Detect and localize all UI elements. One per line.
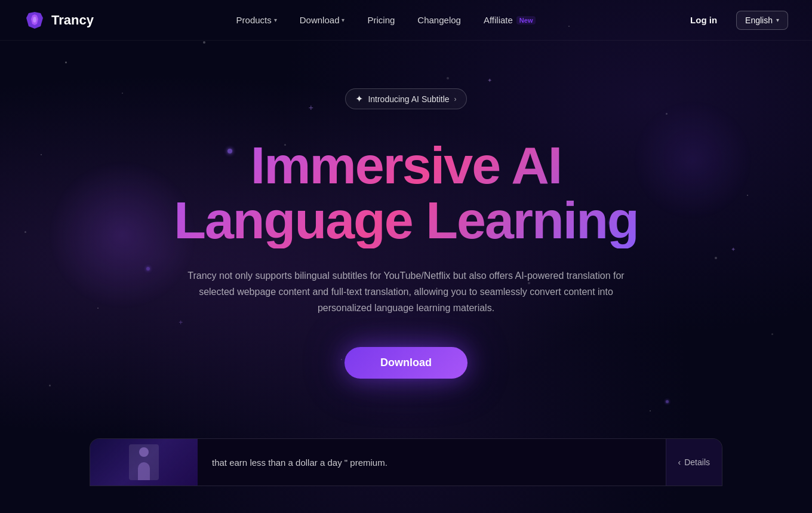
navbar: Trancy Products ▾ Download ▾ Pricing Cha… [0, 0, 812, 41]
intro-badge[interactable]: ✦ Introducing AI Subtitle › [345, 88, 466, 109]
hero-subtitle: Trancy not only supports bilingual subti… [179, 268, 633, 317]
preview-video-thumbnail [90, 439, 198, 486]
lang-chevron-icon: ▾ [776, 17, 779, 23]
nav-changelog[interactable]: Changelog [408, 10, 470, 30]
details-button[interactable]: ‹ Details [666, 439, 722, 486]
products-chevron-icon: ▾ [274, 17, 277, 23]
nav-products[interactable]: Products ▾ [227, 10, 287, 30]
hero-title: Immersive AI Language Learning [174, 138, 638, 248]
download-chevron-icon: ▾ [342, 17, 345, 23]
logo-icon [24, 10, 45, 31]
subtitle-bar: that earn less than a dollar a day " pre… [198, 439, 666, 486]
login-button[interactable]: Log in [678, 10, 729, 30]
glow-blob-right [633, 100, 752, 220]
preview-inner: that earn less than a dollar a day " pre… [90, 439, 722, 486]
language-selector[interactable]: English ▾ [736, 11, 788, 30]
logo-text: Trancy [51, 13, 94, 28]
details-arrow-icon: ‹ [678, 457, 681, 467]
nav-affiliate[interactable]: Affiliate New [474, 10, 546, 30]
hero-title-line1: Immersive AI [174, 138, 638, 193]
details-label: Details [684, 457, 710, 467]
badge-arrow-icon: › [454, 95, 457, 103]
nav-right: Log in English ▾ [678, 10, 788, 30]
badge-sparkle-icon: ✦ [355, 93, 363, 105]
nav-pricing[interactable]: Pricing [358, 10, 404, 30]
nav-download[interactable]: Download ▾ [290, 10, 355, 30]
lang-label: English [745, 16, 773, 25]
hero-title-line2: Language Learning [174, 193, 638, 248]
logo[interactable]: Trancy [24, 10, 94, 31]
preview-subtitle-text: that earn less than a dollar a day " pre… [212, 457, 387, 468]
download-button[interactable]: Download [345, 347, 467, 379]
preview-section: that earn less than a dollar a day " pre… [0, 438, 812, 486]
nav-links: Products ▾ Download ▾ Pricing Changelog … [227, 10, 546, 30]
hero-section: ✦ Introducing AI Subtitle › Immersive AI… [0, 41, 812, 414]
video-thumb-inner [90, 439, 198, 486]
badge-text: Introducing AI Subtitle [368, 94, 449, 104]
affiliate-badge: New [516, 16, 536, 24]
preview-container: that earn less than a dollar a day " pre… [90, 438, 722, 486]
